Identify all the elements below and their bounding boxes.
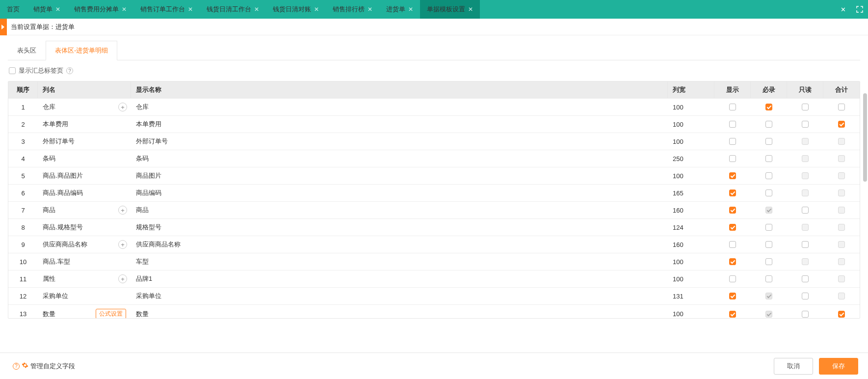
checkbox[interactable] [729, 275, 736, 282]
table-row[interactable]: 3外部订单号外部订单号100 [8, 133, 860, 150]
cell-disp[interactable]: 品牌1 [131, 271, 668, 287]
subtab-表体区-进货单明细[interactable]: 表体区-进货单明细 [46, 41, 117, 60]
checkbox[interactable] [802, 207, 809, 214]
checkbox[interactable] [802, 121, 809, 128]
checkbox[interactable] [765, 275, 772, 282]
tab-钱货日清对账[interactable]: 钱货日清对账✕ [266, 0, 326, 19]
close-icon[interactable]: ✕ [122, 6, 127, 13]
table-row[interactable]: 4条码条码250 [8, 150, 860, 167]
checkbox[interactable] [729, 138, 736, 145]
checkbox[interactable] [765, 190, 772, 196]
checkbox[interactable] [765, 138, 772, 145]
cell-disp[interactable]: 仓库 [131, 99, 668, 115]
cell-disp[interactable]: 车型 [131, 253, 668, 270]
checkbox[interactable] [765, 172, 772, 179]
cell-width[interactable]: 100 [668, 167, 714, 184]
cell-width[interactable]: 165 [668, 185, 714, 201]
checkbox[interactable] [729, 104, 736, 110]
checkbox[interactable] [729, 121, 736, 128]
cell-width[interactable]: 100 [668, 271, 714, 287]
close-icon[interactable]: ✕ [254, 6, 259, 13]
formula-button[interactable]: 公式设置 [96, 309, 126, 318]
tab-单据模板设置[interactable]: 单据模板设置✕ [420, 0, 480, 19]
checkbox[interactable] [729, 258, 736, 265]
show-summary-checkbox[interactable] [9, 67, 16, 74]
checkbox[interactable] [765, 224, 772, 231]
cell-disp[interactable]: 本单费用 [131, 116, 668, 133]
table-row[interactable]: 9供应商商品名称+供应商商品名称160 [8, 236, 860, 253]
table-row[interactable]: 10商品.车型车型100 [8, 253, 860, 270]
subtab-表头区[interactable]: 表头区 [8, 41, 46, 60]
tab-销售订单工作台[interactable]: 销售订单工作台✕ [133, 0, 200, 19]
tab-销售费用分摊单[interactable]: 销售费用分摊单✕ [67, 0, 133, 19]
cell-disp[interactable]: 商品图片 [131, 167, 668, 184]
checkbox[interactable] [802, 275, 809, 282]
cell-disp[interactable]: 采购单位 [131, 288, 668, 304]
cell-width[interactable]: 124 [668, 219, 714, 236]
checkbox[interactable] [729, 293, 736, 299]
checkbox[interactable] [729, 155, 736, 162]
cell-disp[interactable]: 供应商商品名称 [131, 236, 668, 253]
cell-disp[interactable]: 外部订单号 [131, 133, 668, 150]
close-icon[interactable]: ✕ [314, 6, 319, 13]
tab-首页[interactable]: 首页 [0, 0, 26, 19]
checkbox[interactable] [729, 311, 736, 318]
checkbox[interactable] [729, 207, 736, 214]
close-icon[interactable]: ✕ [188, 6, 193, 13]
checkbox[interactable] [802, 293, 809, 299]
checkbox[interactable] [802, 311, 809, 318]
table-row[interactable]: 1仓库+仓库100 [8, 98, 860, 115]
add-icon[interactable]: + [118, 103, 127, 111]
close-all-icon[interactable]: ✕ [835, 0, 851, 19]
checkbox[interactable] [729, 241, 736, 248]
cell-width[interactable]: 100 [668, 305, 714, 318]
table-row[interactable]: 2本单费用本单费用100 [8, 115, 860, 133]
table-row[interactable]: 12采购单位采购单位131 [8, 287, 860, 304]
cell-width[interactable]: 160 [668, 236, 714, 253]
checkbox[interactable] [802, 241, 809, 248]
tab-销货单[interactable]: 销货单✕ [26, 0, 67, 19]
cell-disp[interactable]: 数量 [131, 305, 668, 318]
checkbox[interactable] [765, 121, 772, 128]
checkbox[interactable] [765, 241, 772, 248]
close-icon[interactable]: ✕ [55, 6, 60, 13]
chevron-right-icon[interactable] [0, 19, 7, 35]
table-row[interactable]: 11属性+品牌1100 [8, 270, 860, 287]
cell-width[interactable]: 100 [668, 99, 714, 115]
scrollbar-thumb[interactable] [863, 93, 867, 182]
close-icon[interactable]: ✕ [468, 6, 473, 13]
checkbox[interactable] [838, 121, 845, 128]
cell-disp[interactable]: 规格型号 [131, 219, 668, 236]
tab-进货单[interactable]: 进货单✕ [379, 0, 420, 19]
checkbox[interactable] [802, 104, 809, 110]
table-row[interactable]: 13数量公式设置数量100 [8, 304, 860, 318]
checkbox[interactable] [838, 104, 845, 110]
checkbox[interactable] [838, 311, 845, 318]
add-icon[interactable]: + [118, 240, 127, 249]
cell-disp[interactable]: 条码 [131, 150, 668, 167]
cell-width[interactable]: 100 [668, 116, 714, 133]
checkbox[interactable] [729, 224, 736, 231]
add-icon[interactable]: + [118, 274, 127, 283]
table-row[interactable]: 6商品.商品编码商品编码165 [8, 184, 860, 201]
close-icon[interactable]: ✕ [368, 6, 372, 13]
cell-width[interactable]: 100 [668, 133, 714, 150]
cell-width[interactable]: 250 [668, 150, 714, 167]
checkbox[interactable] [729, 172, 736, 179]
tab-钱货日清工作台[interactable]: 钱货日清工作台✕ [200, 0, 266, 19]
checkbox[interactable] [729, 190, 736, 196]
add-icon[interactable]: + [118, 206, 127, 215]
help-icon[interactable]: ? [66, 67, 73, 74]
cell-disp[interactable]: 商品编码 [131, 185, 668, 201]
checkbox[interactable] [765, 104, 772, 110]
checkbox[interactable] [765, 155, 772, 162]
table-row[interactable]: 7商品+商品160 [8, 201, 860, 218]
cell-width[interactable]: 160 [668, 202, 714, 218]
checkbox[interactable] [765, 258, 772, 265]
table-row[interactable]: 5商品.商品图片商品图片100 [8, 167, 860, 184]
close-icon[interactable]: ✕ [408, 6, 413, 13]
table-row[interactable]: 8商品.规格型号规格型号124 [8, 218, 860, 236]
tab-销售排行榜[interactable]: 销售排行榜✕ [326, 0, 379, 19]
cell-disp[interactable]: 商品 [131, 202, 668, 218]
fullscreen-icon[interactable] [851, 0, 868, 19]
